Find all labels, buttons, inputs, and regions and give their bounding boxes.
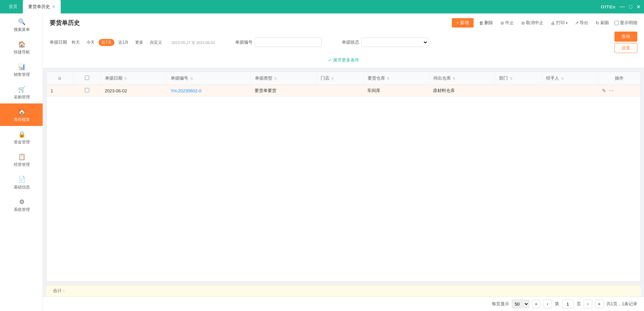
sort-department-icon[interactable]: ⇅: [510, 77, 513, 80]
pagination-bar: 每页显示 50 100 200 « ‹ 第 1 页 › » 共1页，1条记录: [43, 297, 644, 311]
sidebar-item-system-mgmt[interactable]: ⚙ 系统管理: [0, 193, 43, 216]
new-button[interactable]: + 新增: [452, 18, 474, 28]
sidebar-item-ops-mgmt[interactable]: 📋 经营管理: [0, 148, 43, 171]
row-select-checkbox[interactable]: [85, 88, 89, 92]
pill-custom[interactable]: 自定义: [147, 39, 165, 46]
maximize-btn[interactable]: □: [629, 4, 632, 10]
quick-nav-icon: 🏠: [18, 41, 25, 48]
query-button[interactable]: 查询: [614, 32, 637, 42]
delete-icon: 🗑: [479, 20, 483, 26]
sort-req-warehouse-icon[interactable]: ⇅: [387, 77, 389, 80]
col-checkbox: [73, 72, 101, 85]
purchase-mgmt-icon: 🛒: [18, 86, 25, 93]
sort-store-icon[interactable]: ⇅: [331, 77, 334, 80]
stop-button[interactable]: ⊘ 中止: [498, 18, 516, 27]
settings-button[interactable]: 设置: [614, 43, 637, 53]
page-prefix: 第: [555, 301, 559, 307]
sidebar-item-quick-nav[interactable]: 🏠 快捷导航: [0, 36, 43, 58]
row-checkbox[interactable]: [73, 85, 101, 97]
pill-last1month[interactable]: 近1月: [116, 39, 131, 46]
per-page-select[interactable]: 50 100 200: [512, 300, 529, 308]
sort-order-no-icon[interactable]: ⇅: [190, 77, 193, 80]
edit-icon[interactable]: ✎: [602, 88, 606, 93]
select-all-checkbox[interactable]: [85, 76, 89, 80]
col-settings[interactable]: ⚙: [47, 72, 73, 85]
print-dropdown-icon: ▾: [566, 21, 568, 25]
order-no-filter: 单据编号: [235, 38, 322, 47]
pill-today[interactable]: 今天: [84, 39, 97, 46]
delete-button[interactable]: 🗑 删除: [477, 18, 495, 27]
pill-last7days[interactable]: 近7天: [99, 39, 114, 46]
ops-mgmt-icon: 📋: [18, 153, 25, 161]
sidebar-item-ops-mgmt-label: 经营管理: [14, 162, 30, 168]
page-title: 要货单历史: [50, 19, 80, 27]
expand-icon: ✓: [328, 58, 332, 63]
display-detail-checkbox[interactable]: [614, 21, 619, 25]
pill-more[interactable]: 更多: [132, 39, 146, 46]
finance-mgmt-icon: 🔒: [18, 131, 25, 138]
sidebar-item-sales-mgmt[interactable]: 📊 销售管理: [0, 58, 43, 81]
status-select[interactable]: [361, 38, 428, 47]
order-no-label: 单据编号: [235, 39, 253, 45]
col-order-no: 单据编号 ⇅: [166, 72, 251, 85]
table-header-row: ⚙ 单据日期 ⇅ 单据编号 ⇅ 单据类型: [47, 72, 640, 85]
main-layout: 🔍 搜索菜单 🏠 快捷导航 📊 销售管理 🛒 采购管理 🏠 库存核算 🔒 资金管…: [0, 13, 644, 311]
sort-order-type-icon[interactable]: ⇅: [274, 77, 277, 80]
col-req-warehouse: 要货仓库 ⇅: [363, 72, 429, 85]
sidebar-item-system-mgmt-label: 系统管理: [14, 207, 30, 213]
table-footer: 合计：: [46, 285, 641, 297]
sidebar-item-finance-mgmt[interactable]: 🔒 资金管理: [0, 126, 43, 148]
sidebar-item-inventory[interactable]: 🏠 库存核算: [0, 103, 43, 126]
pill-yesterday[interactable]: 昨天: [69, 39, 83, 46]
row-pending-warehouse: 原材料仓库: [429, 85, 495, 97]
col-store: 门店 ⇅: [316, 72, 363, 85]
next-page-btn[interactable]: ›: [584, 300, 592, 308]
table-row: 1 2023-06-02 YH-20230602-0 要货单要货 车间库 原材料…: [47, 85, 640, 97]
sidebar-item-purchase-mgmt-label: 采购管理: [14, 94, 30, 100]
window-close-btn[interactable]: ✕: [636, 4, 641, 10]
sort-handler-icon[interactable]: ⇅: [561, 77, 564, 80]
sidebar-item-basic-info[interactable]: 📄 基础信息: [0, 171, 43, 193]
system-mgmt-icon: ⚙: [19, 198, 24, 206]
sidebar-item-search-menu[interactable]: 🔍 搜索菜单: [0, 13, 43, 36]
refresh-button[interactable]: ↻ 刷新: [594, 18, 611, 27]
table-area: ⚙ 单据日期 ⇅ 单据编号 ⇅ 单据类型: [46, 72, 641, 281]
tab-home[interactable]: 首页: [3, 0, 23, 13]
toolbar: + 新增 🗑 删除 ⊘ 中止 ⊘ 取消中止 🖨 打: [452, 18, 637, 28]
prev-page-btn[interactable]: ‹: [543, 300, 552, 308]
cancel-stop-button[interactable]: ⊘ 取消中止: [519, 18, 545, 27]
order-no-input[interactable]: [255, 38, 322, 47]
sidebar-item-sales-mgmt-label: 销售管理: [14, 72, 30, 78]
last-page-btn[interactable]: »: [595, 300, 604, 308]
tab-requisition-history[interactable]: 要货单历史 ✕: [23, 0, 61, 13]
sidebar-item-quick-nav-label: 快捷导航: [14, 49, 30, 55]
date-label: 单据日期: [50, 39, 67, 45]
display-detail-button[interactable]: 显示明细: [614, 20, 637, 26]
export-button[interactable]: ↗ 导出: [573, 18, 590, 27]
page-number-input[interactable]: 1: [562, 300, 574, 308]
top-bar: 首页 要货单历史 ✕ OfTEn — □ ✕: [0, 0, 644, 13]
basic-info-icon: 📄: [18, 176, 25, 183]
order-no-link[interactable]: YH-20230602-0: [170, 88, 201, 93]
close-tab-icon[interactable]: ✕: [52, 4, 55, 9]
minimize-btn[interactable]: —: [620, 4, 625, 10]
action-icons: ✎ ⋯: [602, 88, 636, 93]
expand-label: 展开更多条件: [333, 57, 359, 63]
top-right-controls: OfTEn — □ ✕: [601, 4, 641, 10]
row-order-no[interactable]: YH-20230602-0: [166, 85, 251, 97]
col-order-type: 单据类型 ⇅: [251, 72, 316, 85]
data-table: ⚙ 单据日期 ⇅ 单据编号 ⇅ 单据类型: [47, 72, 640, 97]
tab-requisition-history-label: 要货单历史: [28, 4, 50, 10]
more-icon[interactable]: ⋯: [609, 88, 613, 93]
print-button[interactable]: 🖨 打印 ▾: [549, 18, 570, 27]
status-filter: 单据状态: [342, 38, 428, 47]
row-req-warehouse: 车间库: [363, 85, 429, 97]
status-label: 单据状态: [342, 39, 359, 45]
sort-date-icon[interactable]: ⇅: [124, 77, 127, 80]
date-range-display: 2023-05-27 至 2023-06-02: [171, 40, 215, 45]
brand-text: OfTEn: [601, 4, 615, 9]
expand-more-button[interactable]: ✓ 展开更多条件: [50, 56, 637, 64]
sidebar-item-purchase-mgmt[interactable]: 🛒 采购管理: [0, 81, 43, 103]
first-page-btn[interactable]: «: [532, 300, 541, 308]
sort-pending-warehouse-icon[interactable]: ⇅: [452, 77, 455, 80]
